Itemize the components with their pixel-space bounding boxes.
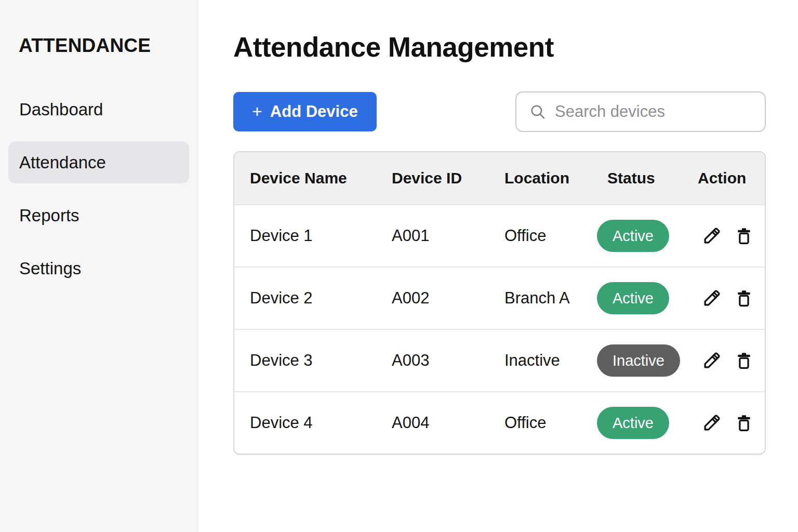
- status-badge: Inactive: [597, 344, 680, 377]
- sidebar: ATTENDANCE DashboardAttendanceReportsSet…: [0, 0, 198, 532]
- delete-button[interactable]: [735, 289, 753, 308]
- trash-icon: [735, 227, 753, 246]
- main-content: Attendance Management + Add Device Devic…: [198, 0, 798, 532]
- cell-device-id: A002: [392, 289, 504, 308]
- toolbar: + Add Device: [233, 91, 766, 132]
- delete-button[interactable]: [735, 414, 753, 433]
- table-row: Device 4 A004 Office Active: [234, 391, 765, 454]
- cell-location: Office: [504, 414, 607, 432]
- status-badge: Active: [597, 407, 669, 439]
- plus-icon: +: [252, 101, 262, 122]
- table-row: Device 3 A003 Inactive Inactive: [234, 329, 765, 391]
- delete-button[interactable]: [735, 351, 753, 370]
- sidebar-item-reports[interactable]: Reports: [8, 194, 189, 236]
- col-header-device-id: Device ID: [392, 169, 504, 187]
- cell-device-name: Device 1: [250, 227, 392, 245]
- trash-icon: [735, 414, 753, 433]
- cell-status: Active: [607, 407, 698, 439]
- cell-status: Inactive: [607, 344, 698, 377]
- cell-device-name: Device 3: [250, 351, 392, 370]
- devices-table: Device Name Device ID Location Status Ac…: [233, 151, 766, 455]
- pencil-icon: [702, 351, 721, 370]
- edit-button[interactable]: [702, 351, 721, 370]
- page-title: Attendance Management: [233, 30, 766, 64]
- sidebar-item-settings[interactable]: Settings: [8, 247, 189, 289]
- search-icon: [529, 103, 547, 121]
- edit-button[interactable]: [702, 227, 721, 246]
- trash-icon: [735, 351, 753, 370]
- cell-actions: [698, 414, 765, 433]
- search-input[interactable]: [555, 102, 762, 121]
- cell-actions: [698, 289, 765, 308]
- col-header-location: Location: [504, 169, 607, 187]
- sidebar-item-attendance[interactable]: Attendance: [8, 141, 189, 183]
- col-header-status: Status: [607, 169, 698, 187]
- table-row: Device 2 A002 Branch A Active: [234, 267, 765, 329]
- edit-button[interactable]: [702, 414, 721, 433]
- table-body: Device 1 A001 Office Active: [234, 204, 765, 454]
- app-window: ATTENDANCE DashboardAttendanceReportsSet…: [0, 0, 798, 532]
- add-device-label: Add Device: [270, 102, 358, 121]
- sidebar-title: ATTENDANCE: [8, 33, 189, 58]
- cell-location: Inactive: [504, 351, 607, 370]
- delete-button[interactable]: [735, 227, 753, 246]
- cell-status: Active: [607, 282, 698, 314]
- sidebar-item-dashboard[interactable]: Dashboard: [8, 88, 189, 130]
- status-badge: Active: [597, 282, 669, 314]
- sidebar-nav: DashboardAttendanceReportsSettings: [8, 88, 189, 289]
- cell-device-id: A004: [392, 414, 504, 432]
- search-box: [515, 91, 766, 132]
- cell-device-id: A001: [392, 227, 504, 245]
- cell-actions: [698, 351, 765, 370]
- col-header-device-name: Device Name: [250, 169, 392, 187]
- table-row: Device 1 A001 Office Active: [234, 204, 765, 267]
- status-badge: Active: [597, 220, 669, 252]
- cell-status: Active: [607, 220, 698, 252]
- cell-device-id: A003: [392, 351, 504, 370]
- cell-device-name: Device 2: [250, 289, 392, 308]
- pencil-icon: [702, 414, 721, 433]
- edit-button[interactable]: [702, 289, 721, 308]
- cell-location: Office: [504, 227, 607, 245]
- pencil-icon: [702, 227, 721, 246]
- col-header-action: Action: [698, 169, 765, 187]
- cell-actions: [698, 227, 765, 246]
- add-device-button[interactable]: + Add Device: [233, 92, 377, 131]
- pencil-icon: [702, 289, 721, 308]
- cell-device-name: Device 4: [250, 414, 392, 432]
- table-header-row: Device Name Device ID Location Status Ac…: [234, 152, 765, 204]
- trash-icon: [735, 289, 753, 308]
- cell-location: Branch A: [504, 289, 607, 308]
